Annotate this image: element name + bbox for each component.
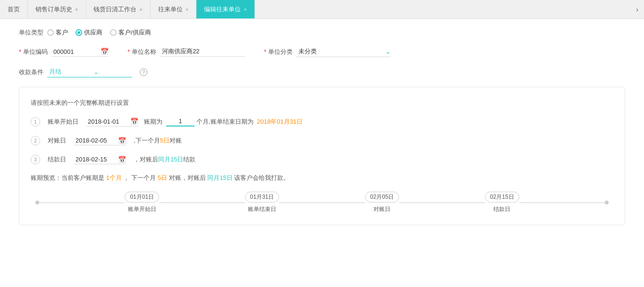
timeline-line-1 <box>39 203 125 203</box>
radio-customer[interactable]: 客户 <box>47 28 68 37</box>
help-icon[interactable]: ? <box>140 68 147 76</box>
timeline-start-dot <box>35 201 39 204</box>
radio-supplier-label: 供应商 <box>84 28 102 37</box>
required-star: * <box>264 48 266 55</box>
unit-type-label: 单位类型 <box>19 28 43 37</box>
preview-text: 账期预览：当前客户账期是 1个月 ， 下一个月 5日 对账，对账后 同月15日 … <box>31 174 613 182</box>
unit-category-group: * 单位分类 未分类 ⌄ <box>264 46 391 57</box>
tabs-bar: 首页 销售订单历史 × 钱货日清工作台 × 往来单位 × 编辑往来单位 × › <box>0 0 644 19</box>
tab-home[interactable]: 首页 <box>0 0 28 18</box>
step-row-1: 1 账单开始日 📅 账期为 个月,账单结束日期为 2018年01月31日 <box>31 117 613 127</box>
preview-payment-day: 同月15日 <box>207 174 232 181</box>
payment-terms-label: 收款条件 <box>19 68 43 76</box>
step-3-date-field[interactable] <box>74 155 116 164</box>
required-star: * <box>127 48 130 55</box>
radio-supplier[interactable]: 供应商 <box>76 28 102 37</box>
dropdown-chevron-icon: ⌄ <box>92 68 101 76</box>
panel-hint: 请按照未来的一个完整帐期进行设置 <box>31 99 613 107</box>
timeline-point-4: 02月15日 结款日 <box>485 192 519 213</box>
payment-terms-value: 月结 <box>47 67 63 77</box>
tab-units-label: 往来单位 <box>158 5 183 14</box>
unit-name-label: 单位名称 <box>132 48 156 56</box>
timeline: 01月01日 账单开始日 01月31日 账单结束日 02月05日 对账日 02月… <box>31 192 613 213</box>
main-content: 单位类型 客户 供应商 客户/供应商 * 单位编码 📅 <box>0 19 644 287</box>
timeline-badge-4: 02月15日 <box>485 192 519 203</box>
step-row-2: 2 对账日 📅 ,下一个月5日对账 <box>31 136 613 145</box>
timeline-line-5 <box>519 203 605 203</box>
tab-edit-units[interactable]: 编辑往来单位 × <box>196 0 254 18</box>
unit-code-input[interactable] <box>51 47 99 56</box>
step-row-3: 3 结款日 📅 ，对账后同月15日结款 <box>31 155 613 164</box>
step-1-suffix-after: 个月,账单结束日期为 2018年01月31日 <box>196 118 303 126</box>
unit-category-label: 单位分类 <box>268 48 293 56</box>
timeline-point-2: 01月31日 账单结束日 <box>245 192 280 213</box>
required-star: * <box>19 48 21 55</box>
step-1-suffix-before: 账期为 <box>144 118 162 126</box>
calendar-icon-1[interactable]: 📅 <box>130 118 138 125</box>
timeline-point-3: 02月05日 对账日 <box>365 192 399 213</box>
tab-cashflow-label: 钱货日清工作台 <box>93 5 136 14</box>
unit-type-radio-group: 客户 供应商 客户/供应商 <box>47 28 151 37</box>
close-icon[interactable]: × <box>139 7 142 12</box>
timeline-label-4: 结款日 <box>493 205 510 213</box>
tab-units[interactable]: 往来单位 × <box>151 0 196 18</box>
close-icon[interactable]: × <box>244 7 246 12</box>
tab-cashflow[interactable]: 钱货日清工作台 × <box>86 0 150 18</box>
tab-home-label: 首页 <box>8 5 20 14</box>
unit-code-input-wrapper: 📅 <box>51 47 109 57</box>
unit-name-group: * 单位名称 <box>127 47 245 57</box>
unit-category-value: 未分类 <box>297 46 385 57</box>
timeline-end-dot <box>605 201 609 204</box>
step-2-date-field[interactable] <box>74 136 116 145</box>
timeline-label-2: 账单结束日 <box>248 205 276 213</box>
close-icon[interactable]: × <box>186 7 188 12</box>
radio-both-label: 客户/供应商 <box>119 28 151 37</box>
tab-edit-units-label: 编辑往来单位 <box>204 5 241 14</box>
calendar-icon-2[interactable]: 📅 <box>118 137 126 144</box>
unit-info-row: * 单位编码 📅 * 单位名称 * 单位分类 未分类 ⌄ <box>19 46 625 57</box>
step-3-date-input: 📅 <box>74 155 126 164</box>
step-1-date-input: 📅 <box>86 117 138 127</box>
tab-sales-history[interactable]: 销售订单历史 × <box>28 0 86 18</box>
settings-panel: 请按照未来的一个完整帐期进行设置 1 账单开始日 📅 账期为 个月,账单结束日期… <box>19 87 625 225</box>
timeline-label-1: 账单开始日 <box>128 205 156 213</box>
timeline-line-4 <box>399 203 484 203</box>
step-2-date-input: 📅 <box>74 136 126 145</box>
timeline-point-1: 01月01日 账单开始日 <box>125 192 159 213</box>
calendar-icon-3[interactable]: 📅 <box>118 156 126 163</box>
step-2-text: ,下一个月5日对账 <box>134 136 182 145</box>
step-num-1: 1 <box>31 117 40 127</box>
tab-sales-history-label: 销售订单历史 <box>35 5 72 14</box>
step-1-date-field[interactable] <box>86 117 128 126</box>
radio-circle-customer <box>47 29 54 36</box>
step-2-highlight: 5日 <box>160 137 169 144</box>
radio-circle-both <box>110 29 117 36</box>
dropdown-arrow-icon: ⌄ <box>385 48 391 55</box>
payment-terms-dropdown[interactable]: 月结 ⌄ <box>47 67 132 77</box>
payment-terms-row: 收款条件 月结 ⌄ ? <box>19 67 625 77</box>
unit-name-input[interactable] <box>160 47 245 57</box>
radio-both[interactable]: 客户/供应商 <box>110 28 151 37</box>
calendar-icon[interactable]: 📅 <box>101 48 109 55</box>
timeline-label-3: 对账日 <box>373 205 390 213</box>
step-label-3: 结款日 <box>48 155 66 164</box>
preview-period: 1个月 <box>106 174 122 181</box>
timeline-badge-3: 02月05日 <box>365 192 399 203</box>
unit-code-group: * 单位编码 📅 <box>19 47 109 57</box>
tab-scroll-right[interactable]: › <box>630 0 644 18</box>
period-input[interactable] <box>166 117 195 127</box>
step-label-1: 账单开始日 <box>48 118 78 126</box>
timeline-line-2 <box>159 203 245 203</box>
close-icon[interactable]: × <box>75 7 78 12</box>
radio-customer-label: 客户 <box>56 28 68 37</box>
timeline-badge-1: 01月01日 <box>125 192 159 203</box>
unit-category-dropdown[interactable]: 未分类 ⌄ <box>297 46 391 57</box>
unit-code-label: 单位编码 <box>23 48 48 56</box>
timeline-line-3 <box>279 203 364 203</box>
step-3-text: ，对账后同月15日结款 <box>134 155 195 164</box>
preview-reconcile-day: 5日 <box>158 174 167 181</box>
unit-type-row: 单位类型 客户 供应商 客户/供应商 <box>19 28 625 37</box>
timeline-badge-2: 01月31日 <box>245 192 280 203</box>
step-label-2: 对账日 <box>48 136 66 145</box>
step-num-2: 2 <box>31 136 40 145</box>
